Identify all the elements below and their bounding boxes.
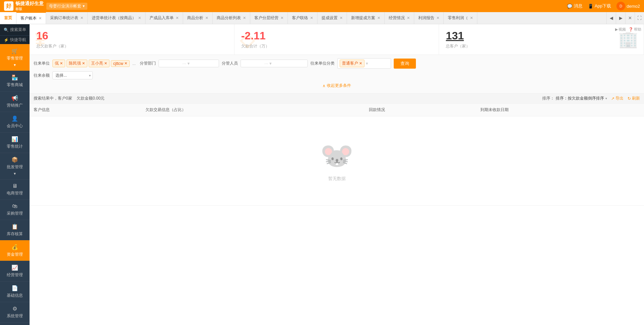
tab-customer-ledger-close[interactable]: ✕ [39,16,42,21]
nav-fullscreen-btn[interactable]: ⛶ [635,12,644,24]
sidebar-item-basic-info-label: 基础信息 [7,293,23,298]
results-debt-text: 欠款金额0.00元 [77,96,104,101]
refresh-btn[interactable]: ↻ 刷新 [628,96,640,101]
sidebar-item-marketing[interactable]: 📢 营销推广 [0,91,30,112]
personnel-input[interactable]: ··· ▾ [241,60,308,67]
sidebar-item-basic-info[interactable]: 📄 基础信息 [0,281,30,302]
tab-operation-status[interactable]: 经营情况 ✕ [385,12,414,24]
results-text: 搜索结果中，客户0家 [34,96,72,101]
sidebar-search[interactable]: 🔍 搜索菜单 [0,24,30,35]
tab-product-analysis-list-close[interactable]: ✕ [243,16,246,20]
nav-prev-btn[interactable]: ◀ [606,12,616,24]
tab-add-promotion-plan[interactable]: 新增提成方案 ✕ [347,12,385,24]
video-label: 视频 [618,27,626,32]
sidebar-item-ecommerce-mgmt[interactable]: 🖥 电商管理 [0,179,30,200]
tab-profit-report[interactable]: 利润报告 ✕ [414,12,444,24]
unit-category-tag-close[interactable]: ✕ [359,61,362,66]
filter-more-btn[interactable]: ... [131,61,137,67]
tab-product-analysis-label: 商品分析 [187,15,203,21]
tab-purchase-order-stats-close[interactable]: ✕ [80,16,83,20]
sidebar-item-enterprise-collab[interactable]: 🤝 企业协同 [0,322,30,325]
video-btn[interactable]: ▶ 视频 [615,27,626,32]
sidebar-item-finance-mgmt[interactable]: 💰 资金管理 [0,240,30,261]
sort-label: 排序： [542,96,554,101]
sidebar-item-purchase-mgmt[interactable]: 🛍 采购管理 [0,200,30,220]
tab-add-promotion-plan-label: 新增提成方案 [351,15,375,21]
tab-customer-tier-mgmt-close[interactable]: ✕ [281,16,284,20]
tab-customer-contact[interactable]: 客户联络 ✕ [288,12,317,24]
tab-purchase-stats-by-product[interactable]: 进货单统计表（按商品） ✕ [88,12,145,24]
empty-icon: 🐭 [320,140,354,172]
logo-area: 好 畅捷通好生意 标版 [4,1,44,11]
tab-product-analysis-close[interactable]: ✕ [205,16,208,20]
tab-profit-report-close[interactable]: ✕ [436,16,439,20]
tab-promotion-settings[interactable]: 提成设置 ✕ [317,12,347,24]
member-icon: 👤 [11,115,18,122]
user-area[interactable]: D demo2 [616,2,640,10]
tab-purchase-stats-close[interactable]: ✕ [138,16,141,20]
tab-product-analysis-list[interactable]: 商品分析列表 ✕ [213,12,250,24]
empty-state-row: 🐭 暂无数据 [30,116,644,206]
tab-customer-ledger[interactable]: 客户账本 ✕ [16,12,46,24]
sort-select-wrap[interactable]: 排序： 排序：按欠款金额倒序排序 ▾ [542,96,607,101]
tab-product-in-order-close[interactable]: ✕ [176,16,179,20]
sidebar-quick-nav[interactable]: ⚡ 快捷导航 [0,35,30,44]
sidebar-item-system-mgmt[interactable]: ⚙ 系统管理 [0,302,30,322]
tab-customer-contact-label: 客户联络 [292,15,308,21]
tab-product-in-order[interactable]: 产成品入库单 ✕ [145,12,183,24]
tab-customer-tier-mgmt[interactable]: 客户分层经营 ✕ [250,12,288,24]
tab-home[interactable]: 首页 [0,12,16,24]
unit-tag-wang-close[interactable]: ✕ [104,61,107,66]
basic-info-icon: 📄 [11,285,18,291]
unit-tag-wang: 王小亮 ✕ [89,60,110,67]
dept-input[interactable]: ··· ▾ [159,60,219,67]
sidebar-item-inventory-label: 库存核算 [7,231,23,237]
tab-product-analysis[interactable]: 商品分析 ✕ [183,12,213,24]
query-button[interactable]: 查询 [394,59,416,69]
sidebar-item-retail-mall[interactable]: 🏪 零售商城 [0,71,30,91]
sidebar-item-purchase-mgmt-label: 采购管理 [7,211,23,216]
sidebar-item-retail-mall-label: 零售商城 [7,82,23,88]
tab-promotion-settings-close[interactable]: ✕ [340,16,343,20]
unit-tag-chen-close[interactable]: ✕ [82,61,85,66]
message-btn[interactable]: 💬 消息 [567,3,583,9]
sidebar-item-retail-mgmt[interactable]: 🛒 零售管理 ▾ [0,44,30,71]
sidebar-arrow-icon: ▾ [14,63,16,67]
company-dropdown[interactable]: 母婴行业演示帐套 ▾ [46,3,87,10]
unit-tag-cjttcw-close[interactable]: ✕ [124,61,127,66]
sidebar-item-operation-mgmt[interactable]: 📈 经营管理 [0,261,30,281]
sidebar-item-finance-mgmt-label: 资金管理 [7,252,23,257]
personnel-input-field[interactable] [243,61,263,66]
nav-close-all-btn[interactable]: ✕ [625,12,635,24]
dept-input-field[interactable] [161,61,181,66]
help-btn[interactable]: ❓ 帮助 [629,27,641,32]
operation-icon: 📈 [11,264,18,271]
results-bar: 搜索结果中，客户0家 欠款金额0.00元 排序： 排序：按欠款金额倒序排序 ▾ … [30,94,644,104]
personnel-more-icon: ··· [264,61,268,66]
nav-next-btn[interactable]: ▶ [616,12,625,24]
tab-purchase-order-stats[interactable]: 采购订单统计表 ✕ [46,12,88,24]
stat1-bg-icon: ¥ [35,29,45,50]
tab-operation-status-close[interactable]: ✕ [407,16,410,20]
sidebar-item-inventory[interactable]: 📋 库存核算 [0,220,30,240]
sidebar-item-retail-stats[interactable]: 📊 零售统计 [0,132,30,153]
tab-add-promotion-plan-close[interactable]: ✕ [377,16,380,20]
remaining-select[interactable]: 选择... [52,71,93,79]
app-download-btn[interactable]: 📱 App下载 [588,3,611,9]
unit-category-label: 往来单位分类 [310,61,335,66]
sort-dropdown-icon: ▾ [605,97,607,100]
sidebar-item-wholesale-mgmt[interactable]: 📦 批发管理 ▾ [0,153,30,179]
collapse-btn[interactable]: ∧ 收起更多条件 [320,81,354,90]
stat-card-debt: ◇ -2.11 欠款合计（万） [234,24,439,55]
unit-category-tag-normal: 普通客户 ✕ [340,60,364,67]
tab-retail-profit-close[interactable]: ✕ [470,16,473,20]
sidebar-item-wholesale-mgmt-label: 批发管理 [7,164,23,170]
sidebar-item-member-center[interactable]: 👤 会员中心 [0,112,30,132]
unit-tag-wa-close[interactable]: ✕ [60,61,63,66]
tab-retail-profit[interactable]: 零售利润（ ✕ [444,12,477,24]
unit-category-input[interactable]: 普通客户 ✕ ▾ [337,58,391,69]
sidebar: 🔍 搜索菜单 ⚡ 快捷导航 🛒 零售管理 ▾ 🏪 零售商城 📢 营销推广 👤 会… [0,24,30,325]
filter-bar: 往来单位 佤 ✕ 陈民强 ✕ 王小亮 ✕ cjttcw [30,55,644,94]
export-btn[interactable]: ↗ 导出 [611,96,624,101]
tab-customer-contact-close[interactable]: ✕ [310,16,313,20]
